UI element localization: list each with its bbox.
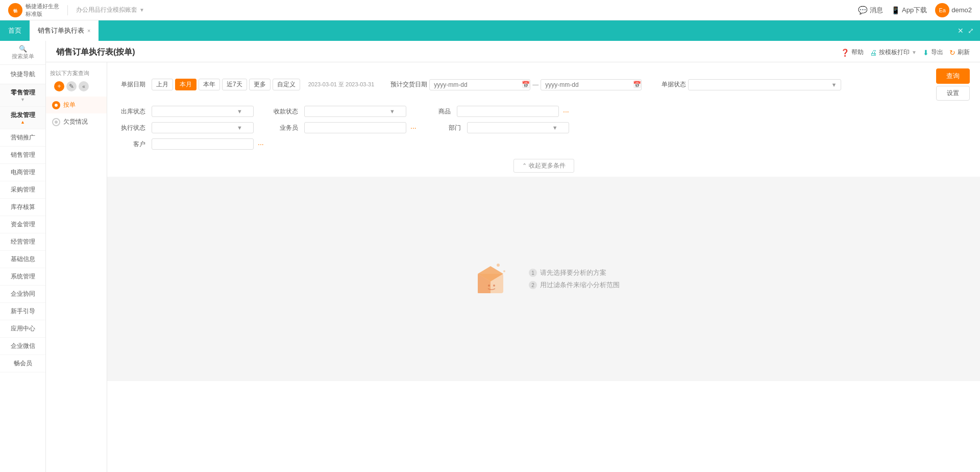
print-button[interactable]: 🖨 按模板打印 ▼ xyxy=(870,48,917,57)
status-input[interactable] xyxy=(689,80,827,90)
sidebar-item-sales[interactable]: 销售管理 xyxy=(0,147,45,164)
sidebar-item-inventory[interactable]: 库存核算 xyxy=(0,199,45,216)
sidebar: 🔍 搜索菜单 快捷导航 零售管理 ▼ 批发管理 ▲ 营销推广 销售管理 电商管理… xyxy=(0,41,46,472)
tab-close-icon[interactable]: × xyxy=(87,28,90,34)
sidebar-item-marketing[interactable]: 营销推广 xyxy=(0,129,45,147)
tab-home[interactable]: 首页 xyxy=(0,20,30,41)
filter-status-select[interactable]: ▼ xyxy=(688,79,841,90)
sidebar-app-center-label: 应用中心 xyxy=(11,324,35,333)
sidebar-item-system[interactable]: 系统管理 xyxy=(0,268,45,286)
filter-status-group: 单据状态 ▼ xyxy=(658,79,924,90)
sidebar-item-purchase[interactable]: 采购管理 xyxy=(0,181,45,199)
query-button[interactable]: 查询 xyxy=(936,68,970,84)
filter-section: 单据日期 上月 本月 本年 近7天 更多 自定义 2023-03-01 至 20… xyxy=(107,62,980,177)
svg-point-8 xyxy=(493,285,495,287)
tab-close-all-icon[interactable]: ✕ xyxy=(958,27,964,35)
avatar-text: Ea xyxy=(939,7,946,13)
filter-customer-group: ··· xyxy=(152,138,264,150)
filter-department-select[interactable]: ▼ xyxy=(467,122,569,133)
filter-row-2: 出库状态 ▼ 收款状态 ▼ 商品 ··· xyxy=(117,106,970,117)
execution-input[interactable] xyxy=(152,123,234,133)
date-year-button[interactable]: 本年 xyxy=(199,79,220,90)
filter-and-sub-sidebar: 按以下方案查询 + ✎ « xyxy=(46,62,980,472)
sidebar-item-wholesale[interactable]: 批发管理 ▲ xyxy=(0,107,45,129)
date-current-month-button[interactable]: 本月 xyxy=(175,79,197,90)
date-range-display: 2023-03-01 至 2023-03-31 xyxy=(308,81,375,88)
expected-date-to-input[interactable] xyxy=(541,80,633,90)
shipment-input[interactable] xyxy=(152,106,234,116)
breadcrumb[interactable]: 办公用品行业模拟账套 ▼ xyxy=(76,6,144,14)
filter-expected-date-to[interactable]: 📅 xyxy=(541,79,642,90)
department-input[interactable] xyxy=(468,123,549,133)
message-button[interactable]: 💬 消息 xyxy=(858,6,883,15)
salesperson-dots-button[interactable]: ··· xyxy=(410,124,416,132)
export-label: 导出 xyxy=(931,48,943,57)
sub-sidebar-active-dot xyxy=(52,101,60,109)
avatar: Ea xyxy=(935,3,949,17)
sidebar-item-management[interactable]: 经营管理 xyxy=(0,233,45,251)
customer-dots-button[interactable]: ··· xyxy=(258,140,264,148)
sidebar-item-basics[interactable]: 基础信息 xyxy=(0,251,45,268)
sidebar-quick-nav-label: 快捷导航 xyxy=(0,68,45,81)
date-custom-button[interactable]: 自定义 xyxy=(273,79,300,90)
product-dots-button[interactable]: ··· xyxy=(563,107,569,115)
filter-date-buttons: 上月 本月 本年 近7天 更多 自定义 xyxy=(152,79,300,90)
sidebar-item-app-center[interactable]: 应用中心 xyxy=(0,320,45,338)
sub-sidebar-edit-button[interactable]: ✎ xyxy=(66,81,77,91)
empty-text-label-2: 用过滤条件来缩小分析范围 xyxy=(540,280,620,290)
page-actions: ❓ 帮助 🖨 按模板打印 ▼ ⬇ 导出 ↻ 刷新 xyxy=(841,48,970,57)
main-filter-data: 单据日期 上月 本月 本年 近7天 更多 自定义 2023-03-01 至 20… xyxy=(107,62,980,472)
svg-text:畅: 畅 xyxy=(13,9,17,13)
filter-execution-select[interactable]: ▼ xyxy=(152,122,254,133)
collapse-filter-button[interactable]: ⌃ 收起更多条件 xyxy=(513,159,574,173)
export-button[interactable]: ⬇ 导出 xyxy=(923,48,943,57)
date-more-button[interactable]: 更多 xyxy=(249,79,271,90)
sub-sidebar-item-by-order[interactable]: 按单 xyxy=(46,97,107,113)
sidebar-wholesale-arrow: ▲ xyxy=(20,120,25,125)
filter-payment-label: 收款状态 xyxy=(270,107,298,116)
message-label: 消息 xyxy=(870,6,883,15)
empty-text-label-1: 请先选择要分析的方案 xyxy=(540,268,606,277)
edit-icon: ✎ xyxy=(69,83,74,90)
filter-shipment-select[interactable]: ▼ xyxy=(152,106,254,117)
sidebar-item-enterprise-wechat[interactable]: 企业微信 xyxy=(0,338,45,355)
filter-expected-date-group: 预计交货日期 📅 — 📅 xyxy=(390,79,642,90)
help-button[interactable]: ❓ 帮助 xyxy=(841,48,864,57)
sidebar-search[interactable]: 🔍 搜索菜单 xyxy=(0,41,45,65)
sidebar-item-retail[interactable]: 零售管理 ▼ xyxy=(0,84,45,107)
sidebar-item-member[interactable]: 畅会员 xyxy=(0,355,45,372)
tab-expand-icon[interactable]: ⤢ xyxy=(968,27,974,35)
sub-sidebar-collapse-button[interactable]: « xyxy=(79,81,89,91)
sub-sidebar-add-button[interactable]: + xyxy=(54,81,64,91)
help-icon: ❓ xyxy=(841,49,849,57)
expected-date-from-input[interactable] xyxy=(430,80,522,90)
sub-sidebar: 按以下方案查询 + ✎ « xyxy=(46,62,107,472)
sidebar-retail-label: 零售管理 xyxy=(11,88,35,97)
print-dropdown-icon: ▼ xyxy=(912,50,917,55)
salesperson-input[interactable] xyxy=(304,122,406,133)
sidebar-item-enterprise-collab[interactable]: 企业协同 xyxy=(0,286,45,303)
sidebar-item-newbie[interactable]: 新手引导 xyxy=(0,303,45,320)
user-profile[interactable]: Ea demo2 xyxy=(935,3,972,17)
tab-sales-order-execution[interactable]: 销售订单执行表 × xyxy=(30,20,99,41)
tab-bar: 首页 销售订单执行表 × ✕ ⤢ xyxy=(0,20,980,41)
calendar-from-icon: 📅 xyxy=(522,81,530,88)
app-download-button[interactable]: 📱 App下载 xyxy=(891,6,927,15)
filter-payment-select[interactable]: ▼ xyxy=(304,106,406,117)
setting-button[interactable]: 设置 xyxy=(936,86,970,101)
sidebar-item-finance[interactable]: 资金管理 xyxy=(0,216,45,233)
sidebar-quick-nav[interactable]: 快捷导航 xyxy=(0,65,45,84)
payment-input[interactable] xyxy=(305,106,386,116)
sidebar-item-ecommerce[interactable]: 电商管理 xyxy=(0,164,45,181)
sidebar-member-label: 畅会员 xyxy=(14,359,32,368)
filter-expected-date-from[interactable]: 📅 xyxy=(429,79,530,90)
sub-sidebar-item-shortage[interactable]: 欠货情况 xyxy=(46,113,107,130)
product-input[interactable] xyxy=(457,106,559,117)
refresh-button[interactable]: ↻ 刷新 xyxy=(949,48,970,57)
date-prev-month-button[interactable]: 上月 xyxy=(152,79,173,90)
tab-active-label: 销售订单执行表 xyxy=(38,26,84,35)
tab-home-label: 首页 xyxy=(8,26,21,35)
date-7days-button[interactable]: 近7天 xyxy=(222,79,247,90)
customer-input[interactable] xyxy=(152,138,254,150)
content-area: 销售订单执行表(按单) ❓ 帮助 🖨 按模板打印 ▼ ⬇ 导出 ↻ 刷新 xyxy=(46,41,980,472)
